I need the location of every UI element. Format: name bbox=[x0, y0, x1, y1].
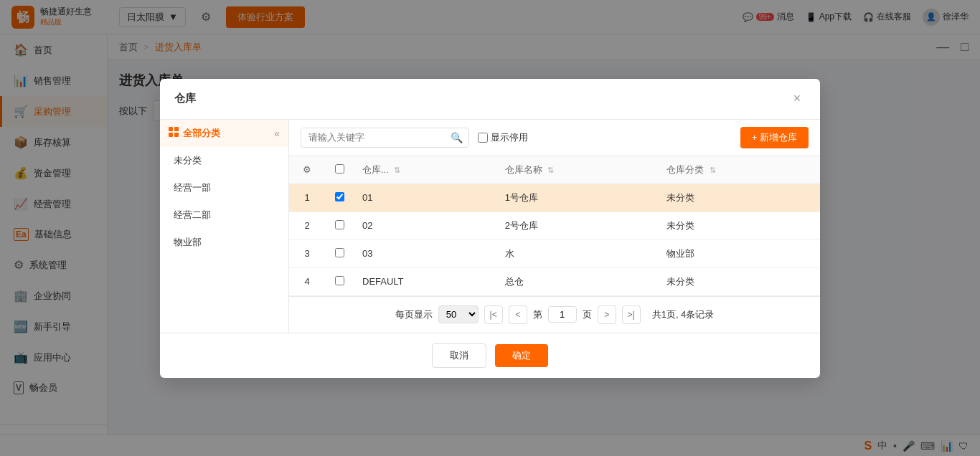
category-collapse-btn[interactable]: « bbox=[274, 128, 280, 139]
row-checkbox[interactable] bbox=[335, 220, 344, 229]
svg-rect-1 bbox=[174, 127, 179, 131]
table-header-row: ⚙ 仓库... ⇅ 仓库名称 ⇅ 仓库分类 ⇅ bbox=[289, 156, 820, 184]
cell-checkbox bbox=[325, 267, 354, 295]
page-next-btn[interactable]: > bbox=[598, 305, 616, 324]
page-first-btn[interactable]: |< bbox=[484, 305, 503, 324]
per-page-select[interactable]: 50 100 200 bbox=[438, 305, 479, 323]
page-label: 第 bbox=[533, 308, 542, 321]
col-settings-header: ⚙ bbox=[289, 156, 325, 184]
search-button[interactable]: 🔍 bbox=[445, 128, 468, 147]
grid-icon bbox=[169, 127, 179, 139]
col-name-header: 仓库名称 ⇅ bbox=[496, 156, 659, 184]
cancel-button[interactable]: 取消 bbox=[432, 343, 486, 368]
content-toolbar: 🔍 显示停用 + 新增仓库 bbox=[289, 120, 820, 156]
table-row[interactable]: 3 03 水 物业部 bbox=[289, 239, 820, 267]
cell-num: 3 bbox=[289, 239, 325, 267]
all-categories-label: 全部分类 bbox=[169, 127, 220, 140]
cell-category: 未分类 bbox=[658, 184, 820, 212]
select-all-checkbox[interactable] bbox=[335, 164, 344, 174]
col-checkbox-header bbox=[325, 156, 354, 184]
modal-close-btn[interactable]: × bbox=[788, 90, 806, 108]
row-checkbox[interactable] bbox=[335, 192, 344, 201]
show-disabled-text: 显示停用 bbox=[491, 131, 528, 144]
cell-code: DEFAULT bbox=[354, 267, 496, 295]
cell-name: 2号仓库 bbox=[496, 212, 659, 239]
confirm-button[interactable]: 确定 bbox=[495, 344, 548, 367]
cell-name: 水 bbox=[496, 239, 659, 267]
cell-name: 1号仓库 bbox=[496, 184, 659, 212]
cell-checkbox bbox=[325, 184, 354, 212]
show-disabled-checkbox[interactable] bbox=[478, 133, 488, 143]
cell-name: 总仓 bbox=[496, 267, 659, 295]
add-warehouse-btn[interactable]: + 新增仓库 bbox=[740, 127, 809, 148]
cell-code: 02 bbox=[354, 212, 496, 239]
search-box: 🔍 bbox=[301, 128, 469, 148]
pagination: 每页显示 50 100 200 |< < 第 页 > >| 共1页, 4条记录 bbox=[289, 296, 820, 333]
page-prev-btn[interactable]: < bbox=[509, 305, 527, 324]
svg-rect-3 bbox=[174, 133, 179, 137]
cell-num: 2 bbox=[289, 212, 325, 239]
table-row[interactable]: 1 01 1号仓库 未分类 bbox=[289, 184, 820, 212]
row-checkbox[interactable] bbox=[335, 276, 344, 285]
category-item-dept2[interactable]: 经营二部 bbox=[160, 201, 288, 229]
row-checkbox[interactable] bbox=[335, 248, 344, 257]
category-item-dept1[interactable]: 经营一部 bbox=[160, 174, 288, 201]
page-last-btn[interactable]: >| bbox=[622, 305, 641, 324]
warehouse-table: ⚙ 仓库... ⇅ 仓库名称 ⇅ 仓库分类 ⇅ 1 bbox=[289, 156, 820, 296]
modal-title: 仓库 bbox=[174, 92, 196, 105]
svg-rect-2 bbox=[169, 133, 173, 137]
cell-num: 1 bbox=[289, 184, 325, 212]
cell-code: 01 bbox=[354, 184, 496, 212]
col-category-header: 仓库分类 ⇅ bbox=[658, 156, 820, 184]
cell-category: 物业部 bbox=[658, 239, 820, 267]
table-row[interactable]: 4 DEFAULT 总仓 未分类 bbox=[289, 267, 820, 295]
search-input[interactable] bbox=[301, 128, 445, 146]
content-panel: 🔍 显示停用 + 新增仓库 ⚙ bbox=[289, 120, 820, 333]
cell-num: 4 bbox=[289, 267, 325, 295]
modal-footer: 取消 确定 bbox=[160, 333, 820, 378]
table-row[interactable]: 2 02 2号仓库 未分类 bbox=[289, 212, 820, 239]
per-page-label: 每页显示 bbox=[395, 308, 433, 321]
category-list: 未分类 经营一部 经营二部 物业部 bbox=[160, 147, 288, 333]
col-code-header: 仓库... ⇅ bbox=[354, 156, 496, 184]
cell-category: 未分类 bbox=[658, 212, 820, 239]
category-item-property[interactable]: 物业部 bbox=[160, 229, 288, 256]
category-panel: 全部分类 « 未分类 经营一部 经营二部 物业部 bbox=[160, 120, 289, 333]
modal-header: 仓库 × bbox=[160, 79, 820, 120]
modal-body: 全部分类 « 未分类 经营一部 经营二部 物业部 bbox=[160, 120, 820, 333]
cell-category: 未分类 bbox=[658, 267, 820, 295]
cell-code: 03 bbox=[354, 239, 496, 267]
modal-overlay: 仓库 × 全部分类 « 未分类 经营一部 经 bbox=[0, 0, 980, 456]
page-suffix: 页 bbox=[583, 308, 592, 321]
svg-rect-0 bbox=[169, 127, 173, 131]
page-total-info: 共1页, 4条记录 bbox=[652, 308, 715, 321]
category-header[interactable]: 全部分类 « bbox=[160, 120, 288, 147]
page-input[interactable] bbox=[548, 306, 577, 323]
cell-checkbox bbox=[325, 239, 354, 267]
show-disabled-label[interactable]: 显示停用 bbox=[478, 131, 528, 144]
cell-checkbox bbox=[325, 212, 354, 239]
warehouse-modal: 仓库 × 全部分类 « 未分类 经营一部 经 bbox=[160, 79, 820, 378]
category-item-unclassified[interactable]: 未分类 bbox=[160, 147, 288, 174]
